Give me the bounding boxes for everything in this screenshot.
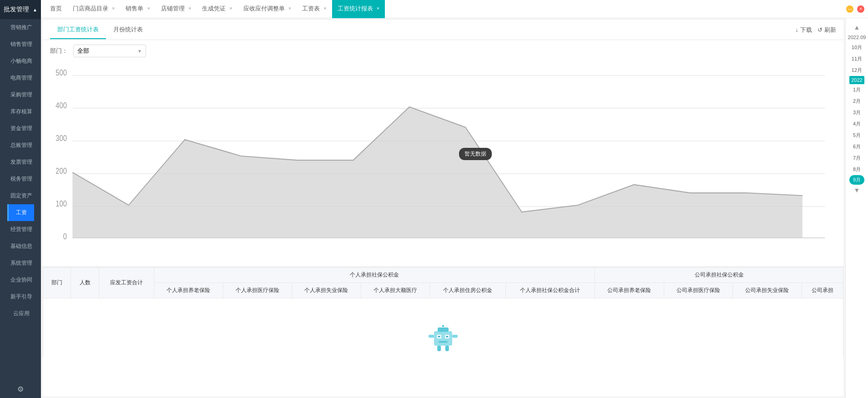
chart-fill: [72, 107, 802, 238]
timeline-month-9月[interactable]: 9月: [849, 175, 864, 185]
svg-rect-12: [434, 331, 452, 346]
sub-tab-月份统计表[interactable]: 月份统计表: [106, 21, 150, 39]
department-select[interactable]: 全部 ▼: [73, 45, 146, 57]
close-button[interactable]: ×: [857, 5, 864, 13]
refresh-icon: ↺: [818, 26, 823, 33]
tab-close-icon[interactable]: ×: [288, 6, 291, 11]
svg-rect-23: [445, 346, 449, 351]
sidebar-item-企业协同[interactable]: 企业协同: [7, 272, 34, 288]
sidebar-item-新手引导[interactable]: 新手引导: [7, 288, 34, 305]
timeline-month-2月[interactable]: 2月: [849, 96, 864, 107]
refresh-button[interactable]: ↺ 刷新: [818, 26, 836, 34]
sidebar-item-云应用[interactable]: 云应用: [7, 305, 34, 322]
tab-应收应付调整单[interactable]: 应收应付调整单×: [238, 0, 297, 18]
col-group-company: 公司承担社保公积金: [595, 267, 843, 283]
timeline-month-3月[interactable]: 3月: [849, 107, 864, 118]
col-公司承担医疗保险: 公司承担医疗保险: [664, 283, 732, 298]
tab-close-icon[interactable]: ×: [229, 6, 232, 11]
content-area: 部门工资统计表月份统计表 ↓ 下载 ↺ 刷新 部门： 全部 ▼: [41, 18, 868, 398]
sidebar-item-营销推广[interactable]: 营销推广: [7, 19, 34, 36]
sidebar-item-发票管理[interactable]: 发票管理: [7, 154, 34, 171]
tab-close-icon[interactable]: ×: [147, 6, 150, 11]
tab-工资表[interactable]: 工资表×: [297, 0, 332, 18]
tab-首页[interactable]: 首页: [45, 0, 67, 18]
timeline-year-2022[interactable]: 2022: [849, 76, 864, 84]
svg-rect-20: [429, 335, 434, 338]
svg-text:500: 500: [56, 68, 67, 77]
tab-close-icon[interactable]: ×: [377, 6, 379, 11]
sidebar-header[interactable]: 批发管理 ▲: [0, 0, 41, 19]
timeline-month-5月[interactable]: 5月: [849, 130, 864, 141]
col-公司承担养老保险: 公司承担养老保险: [595, 283, 664, 298]
svg-text:300: 300: [56, 134, 67, 143]
page-content: 部门工资统计表月份统计表 ↓ 下载 ↺ 刷新 部门： 全部 ▼: [43, 20, 843, 396]
col-个人承担失业保险: 个人承担失业保险: [292, 283, 361, 298]
minimize-button[interactable]: —: [846, 5, 853, 13]
timeline-month-6月[interactable]: 6月: [849, 141, 864, 152]
download-icon: ↓: [796, 26, 799, 33]
timeline-month-12月[interactable]: 12月: [849, 65, 864, 76]
svg-point-14: [442, 325, 444, 327]
col-total-salary: 应发工资合计: [99, 267, 154, 298]
timeline-up-button[interactable]: ▲: [852, 22, 862, 33]
timeline-year-label: 2022.09: [846, 33, 868, 42]
data-table: 部门 人数 应发工资合计 个人承担社保公积金 公司承担社保公积金 个人承担养老保…: [43, 267, 843, 358]
tab-生成凭证[interactable]: 生成凭证×: [197, 0, 237, 18]
svg-rect-22: [437, 346, 441, 351]
svg-text:100: 100: [56, 199, 67, 208]
tab-close-icon[interactable]: ×: [112, 6, 115, 11]
sidebar-item-小畅电商[interactable]: 小畅电商: [7, 53, 34, 70]
timeline-month-8月[interactable]: 8月: [849, 164, 864, 175]
sub-tab-部门工资统计表[interactable]: 部门工资统计表: [50, 21, 106, 39]
sidebar-item-税务管理[interactable]: 税务管理: [7, 171, 34, 187]
tab-close-icon[interactable]: ×: [323, 6, 326, 11]
sidebar-item-销售管理[interactable]: 销售管理: [7, 36, 34, 53]
select-arrow-icon: ▼: [137, 49, 142, 54]
sub-tab-bar: 部门工资统计表月份统计表 ↓ 下载 ↺ 刷新: [43, 20, 843, 40]
tab-销售单[interactable]: 销售单×: [120, 0, 155, 18]
department-filter-label: 部门：: [50, 47, 68, 55]
timeline-month-1月[interactable]: 1月: [849, 84, 864, 96]
col-个人承担医疗保险: 个人承担医疗保险: [223, 283, 292, 298]
col-headcount: 人数: [71, 267, 99, 298]
sidebar-item-库存核算[interactable]: 库存核算: [7, 103, 34, 120]
timeline-month-11月[interactable]: 11月: [849, 53, 864, 65]
svg-rect-17: [438, 336, 440, 337]
sidebar-item-工资[interactable]: 工资: [7, 204, 34, 221]
svg-rect-19: [439, 341, 447, 343]
svg-rect-13: [438, 327, 449, 332]
table-area: 部门 人数 应发工资合计 个人承担社保公积金 公司承担社保公积金 个人承担养老保…: [43, 267, 843, 358]
sidebar-title: 批发管理: [4, 5, 29, 14]
empty-state-icon: [425, 320, 461, 357]
sidebar-item-采购管理[interactable]: 采购管理: [7, 86, 34, 103]
tab-工资统计报表[interactable]: 工资统计报表×: [332, 0, 385, 18]
timeline-month-4月[interactable]: 4月: [849, 118, 864, 130]
sub-tabs: 部门工资统计表月份统计表: [50, 21, 150, 39]
timeline-month-7月[interactable]: 7月: [849, 152, 864, 164]
sidebar: 批发管理 ▲ 营销推广销售管理小畅电商电商管理采购管理库存核算资金管理总账管理发…: [0, 0, 41, 398]
tab-门店商品目录[interactable]: 门店商品目录×: [67, 0, 120, 18]
tab-店铺管理[interactable]: 店铺管理×: [156, 0, 197, 18]
timeline-month-10月[interactable]: 10月: [849, 42, 864, 53]
svg-rect-18: [446, 336, 448, 337]
sidebar-item-基础信息[interactable]: 基础信息: [7, 238, 34, 255]
svg-text:400: 400: [56, 101, 67, 110]
sidebar-item-资金管理[interactable]: 资金管理: [7, 120, 34, 137]
area-chart: 500 400 300 200 100 0: [50, 62, 836, 267]
sidebar-item-经营管理[interactable]: 经营管理: [7, 221, 34, 238]
tab-close-icon[interactable]: ×: [188, 6, 191, 11]
window-controls: — ×: [846, 5, 864, 13]
col-group-personal: 个人承担社保公积金: [154, 267, 595, 283]
download-button[interactable]: ↓ 下载: [796, 26, 812, 34]
sidebar-arrow-icon: ▲: [33, 7, 37, 12]
sidebar-item-固定资产[interactable]: 固定资产: [7, 187, 34, 204]
col-department: 部门: [43, 267, 71, 298]
timeline-down-button[interactable]: ▼: [852, 185, 862, 196]
sidebar-item-总账管理[interactable]: 总账管理: [7, 137, 34, 154]
table-empty-state: 暂无数据: [43, 298, 843, 358]
sub-tab-actions: ↓ 下载 ↺ 刷新: [796, 26, 837, 34]
settings-icon[interactable]: ⚙: [0, 380, 41, 398]
sidebar-item-电商管理[interactable]: 电商管理: [7, 70, 34, 86]
col-公司承担失业保险: 公司承担失业保险: [733, 283, 802, 298]
sidebar-item-系统管理[interactable]: 系统管理: [7, 255, 34, 272]
